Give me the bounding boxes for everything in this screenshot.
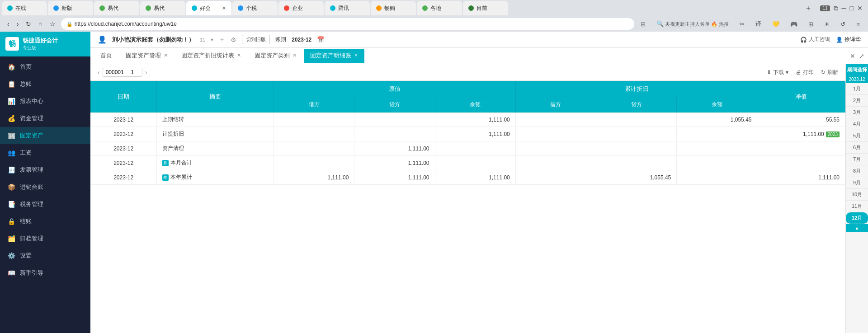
refresh-button[interactable]: ↻ 刷新 — [821, 69, 838, 76]
browser-tab-tab5[interactable]: 好会✕ — [186, 1, 231, 15]
browser-tab-tab8[interactable]: 腾讯 — [325, 1, 370, 15]
maximize-btn[interactable]: □ — [850, 5, 854, 12]
sidebar-item-closing[interactable]: 🔒结账 — [0, 213, 90, 230]
sidebar-item-general-ledger[interactable]: 📋总账 — [0, 75, 90, 93]
theme-btn[interactable]: ☀ — [821, 19, 832, 29]
back-button[interactable]: ‹ — [5, 19, 11, 29]
customer-service[interactable]: 🎧 人工咨询 — [800, 36, 830, 43]
period-month-4月[interactable]: 4月 — [846, 118, 868, 130]
download-button[interactable]: ⬇ 下载 ▾ — [767, 69, 788, 76]
browser-tab-tab2[interactable]: 新版 — [48, 1, 93, 15]
user-info[interactable]: 👤 徐译华 — [836, 36, 861, 43]
restore-btn[interactable]: ⧉ — [834, 5, 838, 12]
period-month-6月[interactable]: 6月 — [846, 142, 868, 154]
page-tab-fixed-asset-mgmt[interactable]: 固定资产管理✕ — [119, 49, 174, 63]
dropdown-icon[interactable]: ▾ — [211, 37, 213, 43]
sidebar-title-group: 畅捷通好会计 专业版 — [23, 37, 58, 51]
period-month-12月[interactable]: 12月 — [846, 212, 868, 224]
menu-btn[interactable]: ≡ — [854, 19, 863, 29]
cell-orig-balance: 1,111.00 — [435, 170, 515, 185]
forward-button[interactable]: › — [15, 19, 21, 29]
period-scroll-up[interactable]: ▲ — [846, 224, 868, 232]
cell-orig-credit: 1,111.00 — [354, 156, 435, 170]
prev-page-button[interactable]: ‹ — [98, 69, 100, 76]
page-tab-label-depreciation-stats: 固定资产折旧统计表 — [181, 52, 234, 60]
period-month-5月[interactable]: 5月 — [846, 130, 868, 142]
browser-tab-tab3[interactable]: 易代 — [94, 1, 139, 15]
period-calendar-icon[interactable]: 📅 — [317, 36, 324, 43]
sidebar-item-invoice-mgmt[interactable]: 🧾发票管理 — [0, 161, 90, 178]
switch-version-button[interactable]: 切到旧版 — [242, 35, 270, 44]
home-button[interactable]: ⌂ — [37, 19, 44, 29]
sidebar-icon-tax-mgmt: 📑 — [7, 200, 15, 208]
extensions-btn[interactable]: ⊞ — [638, 19, 648, 29]
sidebar-item-archive-mgmt[interactable]: 🗂️归档管理 — [0, 230, 90, 247]
new-tab-button[interactable]: ＋ — [801, 2, 816, 15]
period-month-10月[interactable]: 10月 — [846, 189, 868, 201]
sidebar-item-report-center[interactable]: 📊报表中心 — [0, 93, 90, 110]
browser-tab-tab7[interactable]: 企业 — [278, 1, 324, 15]
browser-tab-tab1[interactable]: 在线 — [2, 1, 47, 15]
page-tab-asset-ledger[interactable]: 固定资产明细账✕ — [304, 49, 364, 63]
period-year: 2023.12 — [846, 75, 868, 83]
reload-button[interactable]: ↻ — [24, 19, 33, 29]
grid-btn[interactable]: ⊞ — [806, 19, 816, 29]
sidebar-item-tax-mgmt[interactable]: 📑税务管理 — [0, 196, 90, 213]
page-tab-label-asset-category: 固定资产类别 — [255, 52, 290, 60]
browser-tab-tab9[interactable]: 畅购 — [371, 1, 416, 15]
history-btn[interactable]: ↺ — [838, 19, 848, 29]
sidebar-icon-report-center: 📊 — [7, 97, 15, 105]
sidebar-item-fixed-assets[interactable]: 🏢固定资产 — [0, 127, 90, 144]
period-month-2月[interactable]: 2月 — [846, 95, 868, 107]
cell-dep-balance — [677, 156, 757, 170]
period-month-3月[interactable]: 3月 — [846, 107, 868, 118]
sidebar-icon-fixed-assets: 🏢 — [7, 131, 15, 140]
translate-btn[interactable]: 译 — [753, 18, 764, 30]
sidebar-item-fund-mgmt[interactable]: 💰资金管理 — [0, 110, 90, 127]
page-tab-close-depreciation-stats[interactable]: ✕ — [237, 52, 241, 58]
print-button[interactable]: 🖨 打印 — [796, 69, 814, 76]
page-number-input[interactable] — [126, 69, 139, 75]
cell-dep-balance — [677, 141, 757, 156]
browser-tab-tab6[interactable]: 个税 — [232, 1, 278, 15]
period-month-8月[interactable]: 8月 — [846, 165, 868, 177]
close-panel-button[interactable]: ✕ — [850, 52, 855, 60]
close-btn[interactable]: ✕ — [857, 5, 863, 12]
browser-tab-tab10[interactable]: 各地 — [417, 1, 462, 15]
scissors-btn[interactable]: ✂ — [737, 19, 747, 29]
page-tab-asset-category[interactable]: 固定资产类别✕ — [248, 49, 303, 63]
next-page-button[interactable]: › — [145, 69, 147, 76]
top-bar: 👤 刘小艳演示账套（勿删勿动！） 11 ▾ ＋ ⚙ 切到旧版 账期 2023-1… — [90, 32, 868, 48]
maximize-panel-button[interactable]: ⤢ — [859, 52, 864, 60]
period-month-1月[interactable]: 1月 — [846, 83, 868, 95]
period-month-9月[interactable]: 9月 — [846, 177, 868, 189]
browser-tab-tab4[interactable]: 易代 — [140, 1, 185, 15]
page-tab-close-asset-category[interactable]: ✕ — [292, 52, 297, 58]
page-tab-close-fixed-asset-mgmt[interactable]: ✕ — [164, 52, 168, 58]
sidebar-item-home[interactable]: 🏠首页 — [0, 58, 90, 75]
settings-gear-button[interactable]: ⚙ — [231, 36, 236, 43]
add-account-button[interactable]: ＋ — [219, 36, 225, 44]
page-tab-close-asset-ledger[interactable]: ✕ — [354, 52, 358, 58]
cell-date: 2023-12 — [91, 127, 157, 141]
minimize-btn[interactable]: ─ — [842, 5, 846, 12]
tab-close-icon[interactable]: ✕ — [222, 5, 226, 11]
sidebar-item-beginner-guide[interactable]: 📖新手引导 — [0, 264, 90, 281]
search-bar[interactable]: 🔍 央视更新主持人名单 🔥 热搜 — [654, 19, 732, 29]
tab-favicon — [330, 5, 335, 11]
browser-tab-tab11[interactable]: 目前 — [463, 1, 508, 15]
period-month-11月[interactable]: 11月 — [846, 201, 868, 212]
period-month-7月[interactable]: 7月 — [846, 154, 868, 165]
address-input-bar[interactable]: 🔒 https://cloud.chanjet.com/accounting/u… — [61, 18, 634, 30]
game-btn[interactable]: 🎮 — [788, 19, 800, 29]
sidebar-item-payroll[interactable]: 👥工资 — [0, 144, 90, 161]
app-logo: 畅 — [5, 37, 19, 51]
content-area: ‹ 000001 › ⬇ 下载 ▾ — [90, 64, 868, 333]
page-tab-depreciation-stats[interactable]: 固定资产折旧统计表✕ — [175, 49, 247, 63]
bookmark-button[interactable]: ☆ — [48, 19, 57, 29]
sidebar-item-settings[interactable]: ⚙️设置 — [0, 247, 90, 264]
sidebar-item-purchase-sales[interactable]: 📦进销台账 — [0, 178, 90, 196]
wallet-btn[interactable]: 💛 — [769, 19, 782, 29]
cell-net-value: 1,111.002023 — [757, 127, 845, 141]
page-tab-home[interactable]: 首页 — [94, 49, 118, 63]
